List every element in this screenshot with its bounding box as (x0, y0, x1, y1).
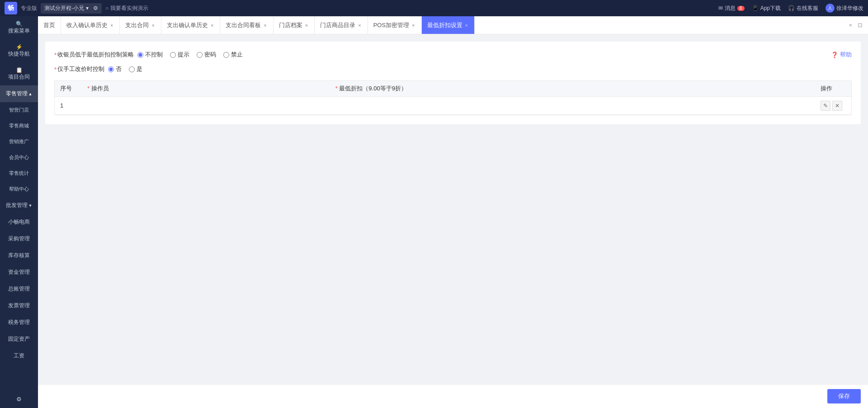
radio-no-control-input[interactable] (137, 52, 143, 58)
help-link[interactable]: ❓ 帮助 (831, 51, 852, 59)
tab-income-history-label: 收入确认单历史 (66, 21, 108, 29)
row-edit-btn-1[interactable]: ✎ (821, 101, 830, 111)
sidebar-label-quicknav: 快捷导航 (2, 50, 36, 58)
sidebar-label-assets: 固定资产 (2, 335, 36, 343)
radio-no-control[interactable]: 不控制 (137, 51, 163, 59)
th-seq-label: 序号 (60, 85, 72, 92)
sidebar-label-retail: 零售管理 (6, 90, 28, 98)
tab-restore-btn[interactable]: ⊡ (856, 21, 864, 29)
sidebar-item-assets[interactable]: 固定资产 (0, 331, 38, 347)
sidebar-item-accounting[interactable]: 总账管理 (0, 281, 38, 297)
tab-close-all-btn[interactable]: × (847, 21, 854, 29)
version-label: 专业版 (21, 5, 37, 12)
tab-store-file-close[interactable]: × (304, 22, 309, 28)
headset-icon: 🎧 (788, 5, 795, 11)
tab-pos-password[interactable]: POS加密管理 × (368, 16, 422, 34)
help-icon: ❓ (831, 52, 838, 58)
sidebar: 🔍 搜索菜单 ⚡ 快捷导航 📋 项目合同 零售管理 ▲ 智营门店 零售商城 营销… (0, 16, 38, 408)
radio-hint[interactable]: 提示 (170, 51, 189, 59)
radio-forbid-input[interactable] (223, 52, 229, 58)
sidebar-label-ecom: 小畅电商 (2, 218, 36, 226)
tab-contract-close[interactable]: × (151, 22, 155, 28)
row-delete-btn-1[interactable]: ✕ (832, 101, 842, 111)
tab-expense-history[interactable]: 支出确认单历史 × (161, 16, 220, 34)
save-button[interactable]: 保存 (827, 389, 861, 403)
message-icon: ✉ (718, 5, 723, 11)
sidebar-item-retail-mall[interactable]: 零售商城 (0, 118, 38, 134)
sidebar-item-invoice[interactable]: 发票管理 (0, 297, 38, 314)
tab-income-history[interactable]: 收入确认单历史 × (61, 16, 120, 34)
radio-forbid[interactable]: 禁止 (223, 51, 243, 59)
tab-store-catalog-close[interactable]: × (357, 22, 362, 28)
sidebar-label-purchase: 采购管理 (2, 235, 36, 243)
message-btn[interactable]: ✉ 消息 8 (718, 5, 745, 12)
row-seq-1: 1 (60, 102, 63, 109)
sidebar-item-finance[interactable]: 资金管理 (0, 264, 38, 281)
radio-password-input[interactable] (197, 52, 203, 58)
tab-contract[interactable]: 支出合同 × (120, 16, 161, 34)
tab-contract-board[interactable]: 支出合同看板 × (220, 16, 273, 34)
online-support-btn[interactable]: 🎧 在线客服 (788, 5, 818, 12)
radio-forbid-label: 禁止 (231, 51, 243, 59)
sidebar-item-member[interactable]: 会员中心 (0, 150, 38, 165)
tab-contract-board-close[interactable]: × (263, 22, 267, 28)
radio-manual-yes[interactable]: 是 (129, 65, 142, 73)
settings-icon[interactable]: ⚙ (93, 5, 98, 11)
th-seq: 序号 (55, 81, 82, 96)
sidebar-item-search[interactable]: 🔍 搜索菜单 (0, 16, 38, 39)
sidebar-label-tax: 税务管理 (2, 319, 36, 326)
app-download-label: App下载 (760, 5, 781, 12)
tab-pos-password-label: POS加密管理 (373, 21, 409, 29)
sidebar-item-inventory[interactable]: 库存核算 (0, 247, 38, 264)
radio-manual-yes-label: 是 (137, 65, 142, 73)
discount-required-star: * (54, 52, 57, 58)
sidebar-item-project[interactable]: 📋 项目合同 (0, 62, 38, 85)
sidebar-item-tax[interactable]: 税务管理 (0, 314, 38, 331)
sidebar-item-quicknav[interactable]: ⚡ 快捷导航 (0, 39, 38, 62)
radio-hint-input[interactable] (170, 52, 176, 58)
tab-home[interactable]: 首页 (38, 16, 61, 34)
sidebar-item-retail-stat[interactable]: 零售统计 (0, 165, 38, 181)
sidebar-item-purchase[interactable]: 采购管理 (0, 230, 38, 247)
app-download-btn[interactable]: 📱 App下载 (752, 5, 781, 12)
sidebar-item-marketing[interactable]: 营销推广 (0, 134, 38, 150)
dropdown-icon: ▾ (86, 5, 89, 11)
logo-char: 畅 (8, 4, 14, 12)
sidebar-item-ecom[interactable]: 小畅电商 (0, 214, 38, 230)
radio-manual-no-input[interactable] (108, 66, 114, 72)
manual-control-radio-group: 否 是 (108, 65, 142, 73)
sidebar-item-smart-store[interactable]: 智营门店 (0, 102, 38, 118)
th-operator: * 操作员 (82, 81, 330, 96)
tab-store-catalog[interactable]: 门店商品目录 × (315, 16, 368, 34)
sidebar-item-payroll[interactable]: 工资 (0, 347, 38, 364)
search-icon: 🔍 (2, 21, 36, 27)
sidebar-item-retail[interactable]: 零售管理 ▲ (0, 85, 38, 102)
radio-no-control-label: 不控制 (145, 51, 163, 59)
content-area: 首页 收入确认单历史 × 支出合同 × 支出确认单历史 × 支出合同看板 × 门… (38, 16, 868, 408)
tab-min-discount[interactable]: 最低折扣设置 × (422, 16, 475, 34)
user-menu[interactable]: 人 徐泽华修改 (826, 4, 863, 13)
tab-income-history-close[interactable]: × (109, 22, 114, 28)
td-action-1: ✎ ✕ (815, 97, 851, 114)
demo-link[interactable]: ○ 我要看实例演示 (105, 5, 148, 12)
radio-password[interactable]: 密码 (197, 51, 216, 59)
project-selector[interactable]: 测试分开程-小兄 ▾ ⚙ (41, 3, 102, 14)
tab-bar: 首页 收入确认单历史 × 支出合同 × 支出确认单历史 × 支出合同看板 × 门… (38, 16, 868, 34)
th-operator-label: 操作员 (91, 85, 109, 92)
sidebar-item-help[interactable]: 帮助中心 (0, 181, 38, 197)
discount-control-row: * 收银员低于最低折扣控制策略 不控制 提示 密码 (54, 51, 852, 59)
tab-actions: × ⊡ (843, 21, 868, 29)
tab-min-discount-close[interactable]: × (464, 22, 469, 28)
retail-arrow-icon: ▲ (28, 92, 33, 96)
tab-store-file[interactable]: 门店档案 × (274, 16, 315, 34)
tab-pos-password-close[interactable]: × (411, 22, 415, 28)
radio-manual-no[interactable]: 否 (108, 65, 122, 73)
sidebar-bottom: ⚙ (0, 390, 38, 408)
th-discount-label: 最低折扣（9.00等于9折） (339, 85, 407, 92)
demo-link-label: 我要看实例演示 (110, 5, 148, 12)
radio-manual-yes-input[interactable] (129, 66, 135, 72)
tab-expense-history-close[interactable]: × (210, 22, 214, 28)
user-name: 徐泽华修改 (836, 5, 863, 12)
sidebar-settings-btn[interactable]: ⚙ (0, 390, 38, 408)
sidebar-item-wholesale[interactable]: 批发管理 ▼ (0, 197, 38, 214)
